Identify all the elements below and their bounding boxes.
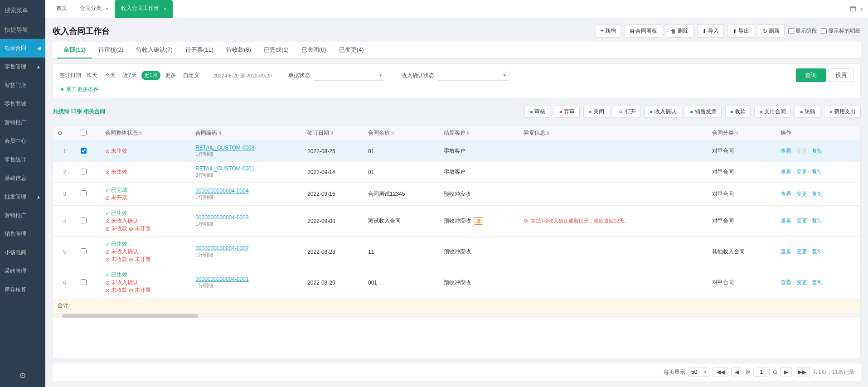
filter-tab-pending-invoice[interactable]: 待开票(11) [179,42,220,58]
date-opt-more[interactable]: 更多 [162,71,179,80]
next-page-button[interactable]: ▶ [781,367,792,377]
show-stage-checkbox[interactable] [788,28,794,34]
filter-tab-closed[interactable]: 已关闭(0) [295,42,333,58]
close-button[interactable]: ● 关闭 [583,106,609,118]
sidebar-item-purchase[interactable]: 采购管理 [0,262,45,281]
sort-contract-category-icon[interactable]: ⇅ [735,131,738,135]
tab-income-contract-close[interactable]: × [163,6,166,11]
delete-button[interactable]: 🗑 删除 [666,24,693,38]
sidebar-item-marketing2[interactable]: 营销推广 [0,206,45,225]
contract-code-link[interactable]: 0000000000004-0001 [195,276,298,282]
col-settings[interactable]: ⚙ [53,126,76,141]
output-contract-button[interactable]: ● 支出合同 [754,106,791,118]
row-select-checkbox[interactable] [81,148,87,154]
view-op-btn[interactable]: 查看 [781,191,791,197]
contract-code-link[interactable]: 0000000000004-0002 [195,245,298,252]
filter-tab-done[interactable]: 已完成(1) [257,42,295,58]
row-checkbox[interactable] [76,237,101,267]
contract-board-button[interactable]: ⊞ 合同看板 [625,24,662,38]
view-op-btn[interactable]: 查看 [781,169,791,175]
copy-op-btn[interactable]: 复制 [812,191,823,197]
doc-status-select[interactable] [313,70,385,81]
change-op-btn[interactable]: 变更 [796,148,807,154]
expand-more-button[interactable]: ▼ 展开更多条件 [59,86,99,93]
window-restore-icon[interactable]: 🗖 [850,5,856,13]
sidebar-item-retail-commerce[interactable]: 零售商城 [0,95,45,113]
sort-contract-name-icon[interactable]: ⇅ [391,131,394,135]
change-op-btn[interactable]: 变更 [796,169,807,175]
sidebar-item-inventory[interactable]: 库存核算 [0,281,45,299]
window-close-icon[interactable]: × [860,5,863,13]
query-button[interactable]: 查询 [796,68,826,82]
income-confirm-button[interactable]: ● 收入确认 [645,106,681,118]
print-button[interactable]: 🖨 打开 [613,106,641,118]
sidebar-item-smart-store[interactable]: 智慧门店 [0,76,45,95]
row-checkbox[interactable] [76,162,101,183]
col-checkbox[interactable] [76,126,101,141]
tab-contract-cat[interactable]: 合同分类 × [73,0,115,18]
row-checkbox[interactable] [76,141,101,162]
refresh-button[interactable]: ↻ 刷新 [758,24,785,38]
copy-op-btn[interactable]: 复制 [812,248,823,255]
sidebar-item-basic-info[interactable]: 基础信息 [0,169,45,188]
sidebar-item-batch-mgmt[interactable]: 批发管理 ▲ [0,188,45,206]
change-op-btn[interactable]: 变更 [796,248,807,255]
filter-tab-all[interactable]: 全部(11) [57,42,92,58]
abandon-button[interactable]: ● 弃审 [554,106,580,118]
date-opt-yesterday[interactable]: 昨天 [84,71,100,80]
filter-tab-pending-confirm[interactable]: 待收入确认(7) [130,42,179,58]
date-opt-1month[interactable]: 近1月 [141,71,161,80]
change-op-btn[interactable]: 变更 [796,218,807,224]
row-select-checkbox[interactable] [81,218,87,223]
row-select-checkbox[interactable] [81,279,87,285]
show-mark-checkbox-label[interactable]: 显示标的明细 [821,27,861,35]
copy-op-btn[interactable]: 复制 [812,169,823,175]
sort-settlement-customer-icon[interactable]: ⇅ [466,131,470,135]
tab-income-contract[interactable]: 收入合同工作台 × [115,0,172,18]
copy-op-btn[interactable]: 复制 [812,148,823,154]
page-size-select[interactable]: 20 50 100 [688,368,710,377]
view-op-btn[interactable]: 查看 [781,218,791,224]
sidebar-item-marketing[interactable]: 营销推广 [0,113,45,132]
last-page-button[interactable]: ▶▶ [795,367,810,377]
select-all-checkbox[interactable] [81,130,87,135]
view-op-btn[interactable]: 查看 [781,148,791,154]
purchase-button[interactable]: ● 采购 [795,106,820,118]
date-opt-7days[interactable]: 近7天 [120,71,140,80]
contract-code-link[interactable]: 0000000000004-0004 [195,188,298,194]
row-checkbox[interactable] [76,183,101,206]
sort-overall-status-icon[interactable]: ⇅ [139,131,142,135]
tab-contract-cat-close[interactable]: × [106,6,108,11]
view-op-btn[interactable]: 查看 [781,279,791,285]
change-op-btn[interactable]: 变更 [796,191,807,197]
sidebar-quicknav[interactable]: 快捷导航 [0,21,45,39]
row-select-checkbox[interactable] [81,248,87,254]
sort-sign-date-icon[interactable]: ⇅ [330,131,334,135]
page-number-input[interactable] [753,368,770,377]
expense-button[interactable]: ● 费用支出 [824,106,861,118]
show-mark-checkbox[interactable] [821,28,827,34]
horizontal-scrollbar[interactable] [53,314,860,318]
show-stage-checkbox-label[interactable]: 显示阶段 [788,27,817,35]
review-button[interactable]: ● 审核 [524,106,550,118]
copy-op-btn[interactable]: 复制 [812,218,823,224]
view-op-btn[interactable]: 查看 [781,248,791,255]
copy-op-btn[interactable]: 复制 [812,279,823,285]
contract-code-link[interactable]: RETAIL_CUSTOM-0003 [195,145,298,151]
sidebar-item-project[interactable]: 项目合同 ◀ [0,39,45,58]
sidebar-item-xiaowei[interactable]: 小畅电商 [0,243,45,262]
sidebar-item-sales-mgmt[interactable]: 销售管理 [0,225,45,243]
row-checkbox[interactable] [76,206,101,237]
tab-home[interactable]: 首页 [50,0,73,18]
new-button[interactable]: + 新增 [596,24,621,38]
scroll-thumb[interactable] [62,314,198,318]
import-button[interactable]: ⬇ 导入 [697,24,724,38]
row-select-checkbox[interactable] [81,190,87,196]
gear-icon[interactable]: ⚙ [19,371,26,381]
row-select-checkbox[interactable] [81,169,87,174]
contract-code-link[interactable]: 0000000000004-0003 [195,214,298,221]
filter-tab-pending-review[interactable]: 待审核(2) [92,42,130,58]
settings-button[interactable]: 设置 [829,68,854,82]
sidebar-search[interactable]: 搜索菜单 [0,0,45,21]
change-op-btn[interactable]: 变更 [796,279,807,285]
